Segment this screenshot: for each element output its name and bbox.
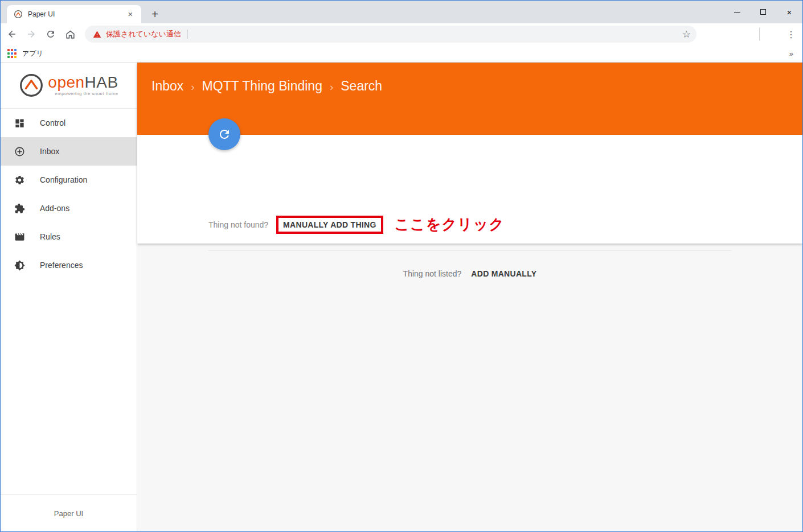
- back-icon: [7, 29, 17, 39]
- sidebar-item-configuration[interactable]: Configuration: [1, 166, 137, 194]
- sidebar-footer-label: Paper UI: [54, 509, 83, 518]
- close-icon: ×: [787, 8, 792, 17]
- breadcrumb-inbox[interactable]: Inbox: [151, 79, 183, 94]
- main-content: Inbox › MQTT Thing Binding › Search Thin…: [137, 63, 802, 531]
- add-manually-button[interactable]: ADD MANUALLY: [471, 269, 536, 278]
- home-button[interactable]: [62, 26, 78, 42]
- click-here-annotation: ここをクリック: [395, 215, 505, 234]
- tab-title: Paper UI: [28, 10, 125, 18]
- reload-button[interactable]: [43, 26, 59, 42]
- minimize-button[interactable]: [724, 1, 750, 23]
- breadcrumb-search[interactable]: Search: [341, 79, 382, 94]
- tab-close-icon[interactable]: ×: [125, 9, 136, 19]
- sidebar-item-rules[interactable]: Rules: [1, 222, 137, 251]
- sidebar-item-addons[interactable]: Add-ons: [1, 194, 137, 222]
- maximize-button[interactable]: [750, 1, 776, 23]
- thing-not-listed-row: Thing not listed? ADD MANUALLY: [137, 269, 802, 278]
- inbox-icon: [14, 146, 25, 157]
- address-bar[interactable]: 保護されていない通信 ☆: [85, 26, 697, 43]
- openhab-logo[interactable]: openHAB empowering the smart home: [1, 63, 137, 109]
- breadcrumb-separator-icon: ›: [330, 81, 333, 93]
- refresh-icon: [218, 127, 231, 141]
- manually-add-thing-button[interactable]: MANUALLY ADD THING: [283, 220, 376, 229]
- close-button[interactable]: ×: [776, 1, 802, 23]
- maximize-icon: [760, 9, 766, 15]
- dashboard-icon: [14, 118, 25, 129]
- brand-name: openHAB: [48, 75, 118, 90]
- home-icon: [65, 29, 76, 40]
- browser-window: Paper UI × + × 保護されていない通信 ☆: [0, 0, 803, 532]
- breadcrumb-separator-icon: ›: [191, 81, 194, 93]
- gear-icon: [14, 175, 25, 185]
- refresh-fab-button[interactable]: [208, 118, 240, 150]
- bookmarks-bar: アプリ »: [1, 45, 802, 63]
- security-warning-text[interactable]: 保護されていない通信: [106, 29, 181, 39]
- openhab-favicon-icon: [14, 10, 23, 19]
- browser-titlebar: Paper UI × + ×: [1, 1, 802, 23]
- sidebar-item-inbox[interactable]: Inbox: [1, 137, 137, 166]
- search-results-card: Thing not found? MANUALLY ADD THING ここをク…: [137, 135, 802, 244]
- annotation-highlight-box: MANUALLY ADD THING: [276, 216, 383, 234]
- minimize-icon: [734, 12, 740, 13]
- toolbar-divider: [759, 28, 760, 40]
- breadcrumb: Inbox › MQTT Thing Binding › Search: [151, 79, 382, 94]
- new-tab-button[interactable]: +: [148, 7, 162, 22]
- browser-toolbar: 保護されていない通信 ☆ ⋮: [1, 23, 802, 45]
- sidebar: openHAB empowering the smart home Contro…: [1, 63, 137, 531]
- browser-menu-button[interactable]: ⋮: [783, 26, 799, 42]
- sidebar-item-control[interactable]: Control: [1, 109, 137, 137]
- bookmarks-overflow-icon[interactable]: »: [789, 50, 793, 58]
- not-listed-label: Thing not listed?: [403, 269, 462, 278]
- brightness-icon: [14, 260, 25, 271]
- breadcrumb-mqtt-binding[interactable]: MQTT Thing Binding: [202, 79, 322, 94]
- card-divider: [208, 250, 731, 251]
- forward-button[interactable]: [23, 26, 39, 42]
- openhab-logo-icon: [19, 73, 44, 98]
- sidebar-footer: Paper UI: [1, 494, 137, 531]
- movie-icon: [14, 232, 25, 242]
- text-caret: [187, 30, 187, 39]
- security-warning-icon: [93, 30, 101, 39]
- thing-not-found-row: Thing not found? MANUALLY ADD THING ここをク…: [208, 215, 505, 234]
- sidebar-item-preferences[interactable]: Preferences: [1, 251, 137, 279]
- bookmark-star-icon[interactable]: ☆: [682, 28, 691, 40]
- apps-grid-icon[interactable]: [7, 49, 17, 58]
- brand-tagline: empowering the smart home: [48, 92, 118, 96]
- puzzle-icon: [14, 203, 25, 214]
- forward-icon: [26, 29, 36, 39]
- apps-shortcut[interactable]: アプリ: [22, 49, 43, 59]
- window-controls: ×: [724, 1, 802, 23]
- browser-tab[interactable]: Paper UI ×: [7, 5, 141, 23]
- reload-icon: [46, 29, 56, 39]
- back-button[interactable]: [4, 26, 20, 42]
- not-found-label: Thing not found?: [208, 220, 268, 229]
